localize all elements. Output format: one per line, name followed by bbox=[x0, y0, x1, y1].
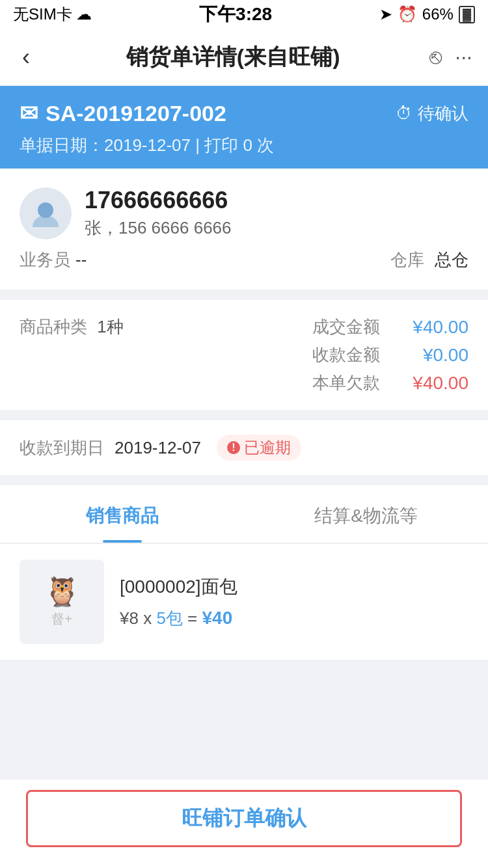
summary-right: 成交金额 ¥40.00 收款金额 ¥0.00 本单欠款 ¥40.00 bbox=[312, 316, 468, 394]
order-status: ⏱ 待确认 bbox=[396, 102, 468, 125]
status-clock-icon: ⏱ bbox=[396, 103, 413, 124]
product-total: ¥40 bbox=[202, 608, 233, 628]
confirm-button[interactable]: 旺铺订单确认 bbox=[26, 790, 462, 847]
overdue-icon: ! bbox=[227, 441, 240, 454]
multiply-sign: x bbox=[143, 608, 156, 628]
tab-sales-products[interactable]: 销售商品 bbox=[0, 485, 244, 543]
order-icon: ✉ bbox=[20, 100, 38, 126]
status-bar: 无SIM卡 ☁ 下午3:28 ➤ ⏰ 66% ▓ bbox=[0, 0, 488, 29]
customer-name: 张，156 6666 6666 bbox=[85, 217, 232, 239]
equals-sign: = bbox=[187, 608, 202, 628]
customer-phone: 17666666666 bbox=[85, 187, 232, 214]
order-date: 单据日期：2019-12-07 | 打印 0 次 bbox=[20, 134, 468, 157]
order-id-text: SA-20191207-002 bbox=[46, 101, 226, 126]
tabs-bar: 销售商品 结算&物流等 bbox=[0, 485, 488, 544]
amount-value: ¥40.00 bbox=[390, 317, 468, 338]
status-left: 无SIM卡 ☁ bbox=[13, 4, 92, 25]
alarm-icon: ⏰ bbox=[398, 5, 417, 23]
share-button[interactable]: ⎋ bbox=[429, 45, 442, 69]
status-right: ➤ ⏰ 66% ▓ bbox=[379, 5, 475, 23]
overdue-text: 已逾期 bbox=[244, 437, 291, 458]
bottom-bar: 旺铺订单确认 bbox=[0, 779, 488, 868]
amount-label: 成交金额 bbox=[312, 316, 380, 338]
order-header: ✉ SA-20191207-002 ⏱ 待确认 单据日期：2019-12-07 … bbox=[0, 86, 488, 169]
sales-value: -- bbox=[75, 250, 87, 270]
back-button[interactable]: ‹ bbox=[16, 37, 36, 77]
received-value: ¥0.00 bbox=[390, 345, 468, 366]
warehouse-value: 总仓 bbox=[435, 249, 468, 271]
summary-section: 商品种类 1种 成交金额 ¥40.00 收款金额 ¥0.00 本单欠款 ¥40.… bbox=[0, 300, 488, 410]
product-section: 🦉 督+ [0000002]面包 ¥8 x 5包 = ¥40 bbox=[0, 544, 488, 660]
nav-bar: ‹ 销货单详情(来自旺铺) ⎋ ··· bbox=[0, 29, 488, 86]
product-thumbnail: 🦉 督+ bbox=[20, 560, 104, 644]
more-button[interactable]: ··· bbox=[455, 45, 472, 69]
overdue-badge: ! 已逾期 bbox=[217, 435, 301, 461]
product-thumb-label: 督+ bbox=[51, 610, 72, 628]
product-info: [0000002]面包 ¥8 x 5包 = ¥40 bbox=[120, 575, 468, 630]
category-label: 商品种类 bbox=[20, 317, 87, 336]
avatar bbox=[20, 187, 72, 239]
received-label: 收款金额 bbox=[312, 344, 380, 366]
due-label: 收款到期日 bbox=[20, 437, 104, 459]
battery-icon: ▓ bbox=[459, 6, 475, 23]
navigation-icon: ➤ bbox=[379, 5, 392, 23]
nav-actions: ⎋ ··· bbox=[429, 45, 472, 69]
status-time: 下午3:28 bbox=[199, 2, 272, 27]
battery-text: 66% bbox=[422, 5, 454, 23]
category-value: 1种 bbox=[97, 317, 123, 336]
due-date: 2019-12-07 bbox=[115, 438, 201, 458]
price-per-unit: ¥8 bbox=[120, 608, 139, 628]
customer-section: 17666666666 张，156 6666 6666 业务员 -- 仓库 总仓 bbox=[0, 169, 488, 290]
status-label: 待确认 bbox=[418, 102, 468, 125]
due-section: 收款到期日 2019-12-07 ! 已逾期 bbox=[0, 420, 488, 475]
product-qty: 5包 bbox=[156, 608, 182, 628]
product-name: [0000002]面包 bbox=[120, 575, 468, 599]
product-price: ¥8 x 5包 = ¥40 bbox=[120, 607, 468, 630]
debt-value: ¥40.00 bbox=[390, 373, 468, 394]
warehouse-label: 仓库 bbox=[390, 249, 424, 271]
tab-settlement[interactable]: 结算&物流等 bbox=[244, 485, 488, 543]
order-id: ✉ SA-20191207-002 bbox=[20, 100, 226, 126]
debt-label: 本单欠款 bbox=[312, 372, 380, 394]
page-title: 销货单详情(来自旺铺) bbox=[36, 42, 429, 72]
sales-label: 业务员 bbox=[20, 249, 70, 271]
signal-text: 无SIM卡 ☁ bbox=[13, 4, 92, 25]
